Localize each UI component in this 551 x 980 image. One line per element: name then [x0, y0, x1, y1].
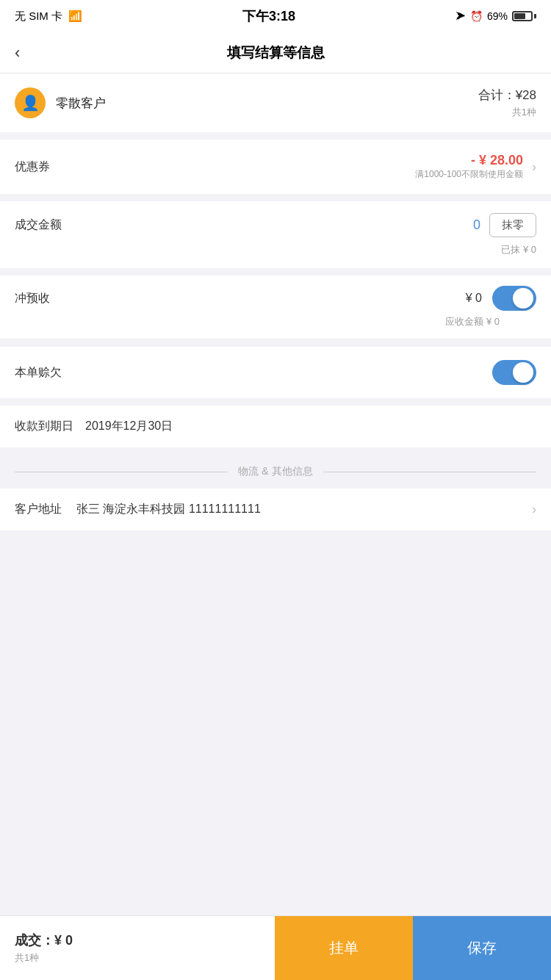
- debt-toggle-knob: [513, 362, 533, 383]
- total-price: 合计：¥28: [478, 87, 536, 104]
- coupon-chevron: ›: [532, 159, 536, 175]
- nav-bar: ‹ 填写结算等信息: [0, 32, 551, 73]
- address-right: ›: [526, 502, 536, 517]
- status-bar: 无 SIM 卡 📶 下午3:18 ⮞ ⏰ 69%: [0, 0, 551, 32]
- back-button[interactable]: ‹: [15, 43, 20, 62]
- logistics-text: 物流 & 其他信息: [228, 465, 323, 478]
- deal-amount-row: 成交金额 0 抹零: [0, 201, 551, 243]
- customer-row: 👤 零散客户 合计：¥28 共1种: [0, 73, 551, 132]
- deal-label: 成交金额: [15, 217, 62, 233]
- precollect-value: ¥ 0: [466, 292, 482, 305]
- duedate-row: 收款到期日 2019年12月30日: [15, 419, 536, 434]
- coupon-amount: - ¥ 28.00: [415, 153, 523, 168]
- customer-left: 👤 零散客户: [15, 87, 106, 118]
- content: 👤 零散客户 合计：¥28 共1种 优惠券 - ¥ 28.00 满1000-10…: [0, 73, 551, 604]
- precollect-row: 冲预收 ¥ 0: [0, 275, 551, 315]
- precollect-toggle[interactable]: [492, 286, 536, 311]
- customer-right: 合计：¥28 共1种: [478, 87, 536, 119]
- logistics-line-left: [15, 472, 228, 472]
- battery-percent: 69%: [487, 10, 508, 22]
- duedate-value: 2019年12月30日: [85, 419, 173, 434]
- address-chevron: ›: [532, 502, 536, 517]
- debt-section: 本单赊欠: [0, 347, 551, 398]
- deal-right: 0 抹零: [473, 213, 536, 237]
- logistics-divider: 物流 & 其他信息: [0, 455, 551, 489]
- debt-toggle[interactable]: [492, 360, 536, 385]
- coupon-label: 优惠券: [15, 159, 50, 175]
- coupon-desc: 满1000-100不限制使用金额: [415, 168, 523, 181]
- divider-1: [0, 194, 551, 201]
- status-left: 无 SIM 卡 📶: [15, 10, 82, 24]
- round-button[interactable]: 抹零: [489, 213, 536, 237]
- bottom-deal-value: ¥ 0: [54, 933, 73, 948]
- alarm-icon: ⏰: [470, 10, 483, 22]
- carrier-text: 无 SIM 卡: [15, 10, 62, 24]
- precollect-section: 冲预收 ¥ 0 应收金额 ¥ 0: [0, 275, 551, 339]
- deal-value: 0: [473, 217, 480, 233]
- deal-already: 已抹 ¥ 0: [501, 243, 536, 256]
- coupon-right: - ¥ 28.00 满1000-100不限制使用金额 ›: [415, 153, 536, 181]
- precollect-sub-row: 应收金额 ¥ 0: [0, 315, 551, 339]
- customer-name: 零散客户: [56, 95, 106, 112]
- bottom-bar: 成交：¥ 0 共1种 挂单 保存: [0, 915, 551, 980]
- wifi-icon: 📶: [68, 10, 82, 23]
- avatar: 👤: [15, 87, 46, 118]
- precollect-label: 冲预收: [15, 291, 50, 306]
- deal-already-row: 已抹 ¥ 0: [0, 243, 551, 268]
- total-count: 共1种: [478, 106, 536, 119]
- address-label: 客户地址: [15, 502, 62, 517]
- deal-amount-section: 成交金额 0 抹零 已抹 ¥ 0: [0, 201, 551, 268]
- page-title: 填写结算等信息: [227, 43, 325, 62]
- status-right: ⮞ ⏰ 69%: [455, 10, 536, 22]
- divider-2: [0, 339, 551, 347]
- address-value: 张三 海淀永丰科技园 11111111111: [76, 502, 526, 517]
- toggle-knob: [513, 288, 533, 309]
- hangup-button[interactable]: 挂单: [275, 916, 413, 981]
- debt-label: 本单赊欠: [15, 365, 62, 381]
- bottom-count: 共1种: [15, 951, 260, 965]
- logistics-line-right: [323, 472, 536, 472]
- bottom-deal-label: 成交：: [15, 933, 54, 948]
- battery-icon: [512, 11, 536, 21]
- save-button[interactable]: 保存: [413, 916, 551, 981]
- precollect-sub-text: 应收金额 ¥ 0: [445, 315, 500, 328]
- location-icon: ⮞: [455, 10, 466, 22]
- bottom-deal-text: 成交：¥ 0: [15, 932, 260, 949]
- status-time: 下午3:18: [242, 7, 295, 25]
- duedate-section: 收款到期日 2019年12月30日: [0, 406, 551, 447]
- address-section[interactable]: 客户地址 张三 海淀永丰科技园 11111111111 ›: [0, 489, 551, 530]
- duedate-label: 收款到期日: [15, 419, 73, 434]
- coupon-row[interactable]: 优惠券 - ¥ 28.00 满1000-100不限制使用金额 ›: [0, 140, 551, 194]
- bottom-info: 成交：¥ 0 共1种: [0, 932, 275, 965]
